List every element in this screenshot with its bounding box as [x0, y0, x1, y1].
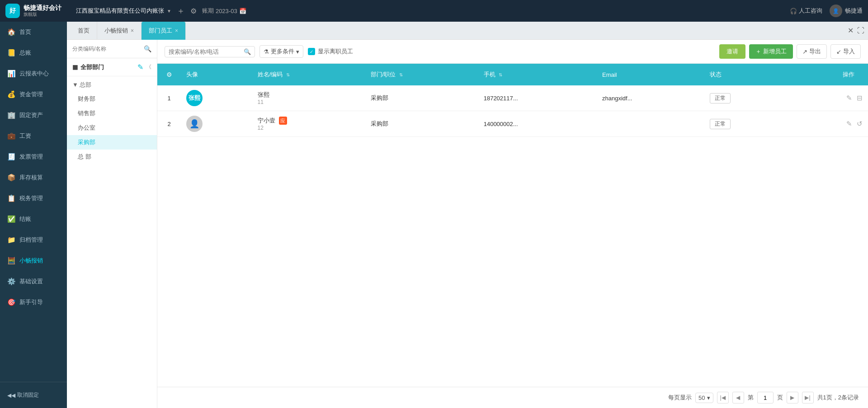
- settings-button[interactable]: ⚙: [190, 7, 197, 15]
- employee-search-input[interactable]: [169, 48, 241, 55]
- calendar-icon: 📅: [239, 8, 246, 14]
- row2-name-code: 宁小壹 应 12: [258, 117, 360, 131]
- dept-item-hq[interactable]: 总 部: [67, 150, 157, 164]
- export-label: 导出: [809, 47, 821, 56]
- sidebar-item-reports[interactable]: 📊 云报表中心: [0, 63, 67, 84]
- filter-bar: 🔍 ⚗ 更多条件 ▾ ✓ 显示离职员工 邀请 ＋: [157, 40, 868, 64]
- page-number-input[interactable]: [757, 392, 774, 403]
- col-dept[interactable]: 部门/职位 ⇅: [365, 64, 478, 85]
- row2-delete-icon[interactable]: ↺: [857, 120, 863, 128]
- row2-status-cell: 正常: [704, 111, 788, 137]
- show-resigned-toggle[interactable]: ✓ 显示离职员工: [308, 47, 353, 56]
- employee-panel: 🔍 ⚗ 更多条件 ▾ ✓ 显示离职员工 邀请 ＋: [157, 40, 868, 408]
- col-email-label: Email: [602, 71, 617, 78]
- import-button[interactable]: ↙ 导入: [830, 44, 861, 59]
- row1-edit-icon[interactable]: ✎: [846, 94, 852, 102]
- sidebar-item-funds[interactable]: 💰 资金管理: [0, 84, 67, 105]
- logo-icon: 好: [5, 4, 20, 18]
- logo-text-area: 畅捷通好会计 旗舰版: [24, 4, 61, 18]
- total-info: 共1页，2条记录: [817, 394, 859, 402]
- sidebar-item-salary[interactable]: 💼 工资: [0, 126, 67, 146]
- dept-search-input[interactable]: [72, 46, 144, 52]
- col-phone[interactable]: 手机 ⇅: [478, 64, 597, 85]
- tabs-right: ✕ ⛶: [848, 26, 864, 35]
- col-name[interactable]: 姓名/编码 ⇅: [252, 64, 365, 85]
- col-dept-sort-icon: ⇅: [399, 72, 403, 77]
- period-selector[interactable]: 账期 2023-03 📅: [202, 7, 246, 15]
- dept-item-sales[interactable]: 销售部: [67, 106, 157, 121]
- tab-expense-close[interactable]: ×: [131, 28, 134, 34]
- sidebar-label-reports: 云报表中心: [19, 70, 49, 78]
- show-resigned-checkbox[interactable]: ✓: [308, 48, 315, 55]
- col-action-label: 操作: [843, 71, 854, 78]
- tab-dept-close[interactable]: ×: [175, 28, 178, 34]
- row1-status-cell: 正常: [704, 85, 788, 111]
- sidebar-item-assets[interactable]: 🏢 固定资产: [0, 105, 67, 126]
- cancel-fixed-label: 取消固定: [17, 391, 39, 399]
- user-avatar: 👤: [830, 5, 842, 17]
- last-page-button[interactable]: ▶|: [802, 392, 814, 403]
- sidebar-bottom: ◀◀ 取消固定: [0, 382, 67, 408]
- service-button[interactable]: 🎧 人工咨询: [790, 7, 822, 15]
- table-settings-gear[interactable]: ⚙: [163, 68, 175, 81]
- company-selector[interactable]: 江西服宝精品有限责任公司内账张 ▼: [76, 7, 171, 15]
- dept-all-label-area: ▦ 全部部门: [72, 63, 104, 71]
- add-company-button[interactable]: ＋: [177, 5, 185, 16]
- import-label: 导入: [843, 47, 855, 56]
- invite-button[interactable]: 邀请: [719, 44, 745, 59]
- user-menu[interactable]: 👤 畅捷通: [830, 5, 863, 17]
- row1-logout-icon[interactable]: ⊟: [857, 94, 863, 102]
- sidebar-item-inventory[interactable]: 📦 库存核算: [0, 167, 67, 188]
- tab-expand-icon[interactable]: ⛶: [857, 27, 864, 35]
- dept-item-label-hq: 总 部: [78, 153, 91, 161]
- sidebar-item-tax[interactable]: 📋 税务管理: [0, 188, 67, 209]
- row1-status: 正常: [710, 93, 731, 103]
- sidebar-item-archive[interactable]: 📁 归档管理: [0, 230, 67, 250]
- row2-avatar: 👤: [186, 116, 203, 132]
- sidebar-item-guide[interactable]: 🎯 新手引导: [0, 292, 67, 313]
- row2-phone: 140000002...: [484, 121, 518, 127]
- first-page-button[interactable]: |◀: [717, 392, 729, 403]
- sidebar-item-home[interactable]: 🏠 首页: [0, 22, 67, 42]
- more-conditions-button[interactable]: ⚗ 更多条件 ▾: [259, 45, 303, 58]
- tab-close-window-icon[interactable]: ✕: [848, 26, 854, 35]
- sidebar-item-settings[interactable]: ⚙️ 基础设置: [0, 271, 67, 292]
- row2-action-cell: ✎ ↺: [787, 111, 868, 137]
- add-employee-button[interactable]: ＋ 新增员工: [749, 44, 793, 59]
- sidebar-item-expense[interactable]: 🧮 小畅报销: [0, 250, 67, 271]
- tab-home-label: 首页: [78, 27, 90, 35]
- tab-expense[interactable]: 小畅报销 ×: [97, 22, 142, 40]
- export-button[interactable]: ↗ 导出: [797, 44, 827, 59]
- sidebar-item-ledger[interactable]: 📒 总账: [0, 42, 67, 63]
- sidebar-item-invoice[interactable]: 🧾 发票管理: [0, 146, 67, 167]
- filter-right: 邀请 ＋ 新增员工 ↗ 导出 ↙ 导入: [719, 44, 861, 59]
- row1-actions: ✎ ⊟: [793, 94, 863, 102]
- employee-table: ⚙ 头像 姓名/编码 ⇅ 部门/职位: [157, 64, 868, 387]
- tab-home[interactable]: 首页: [71, 22, 97, 40]
- col-email: Email: [597, 64, 704, 85]
- row1-phone-cell: 187202117...: [478, 85, 597, 111]
- per-page-label: 每页显示: [668, 394, 692, 402]
- dept-item-purchase[interactable]: 采购部: [67, 135, 157, 150]
- headset-icon: 🎧: [790, 8, 797, 14]
- prev-page-button[interactable]: ◀: [732, 392, 744, 403]
- dept-add-icon[interactable]: ✎: [137, 63, 143, 71]
- page-unit: 页: [777, 394, 783, 402]
- pin-icon: ◀◀: [7, 392, 15, 399]
- dept-item-label-purchase: 采购部: [78, 138, 95, 146]
- next-page-button[interactable]: ▶: [787, 392, 798, 403]
- filter-icon: ⚗: [264, 48, 269, 55]
- sidebar-label-salary: 工资: [19, 132, 31, 140]
- dept-item-office[interactable]: 办公室: [67, 121, 157, 135]
- per-page-select[interactable]: 50 ▾: [695, 393, 713, 403]
- row2-edit-icon[interactable]: ✎: [846, 120, 852, 128]
- tab-dept[interactable]: 部门员工 ×: [142, 22, 186, 40]
- dept-collapse-icon[interactable]: 《: [146, 63, 151, 71]
- dept-item-finance[interactable]: 财务部: [67, 92, 157, 106]
- sidebar-label-guide: 新手引导: [19, 298, 43, 306]
- cancel-fixed-button[interactable]: ◀◀ 取消固定: [0, 387, 67, 403]
- row1-dept-cell: 采购部: [365, 85, 478, 111]
- row2-index: 2: [157, 111, 181, 137]
- ledger-icon: 📒: [7, 49, 16, 57]
- sidebar-item-close[interactable]: ✅ 结账: [0, 209, 67, 230]
